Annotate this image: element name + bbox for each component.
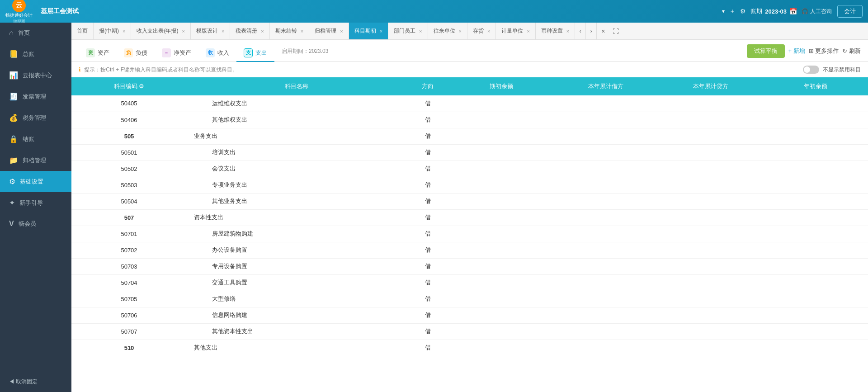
show-disabled-toggle[interactable] — [803, 66, 819, 74]
toggle-disabled-area: 不显示禁用科目 — [803, 66, 861, 74]
col-code: 科目编码 ⚙ — [71, 77, 187, 95]
tab-subject-initial[interactable]: 科目期初 × — [349, 23, 388, 40]
tab-close-template[interactable]: × — [222, 28, 224, 34]
tab-close-clients[interactable]: × — [459, 28, 462, 34]
tab-inventory[interactable]: 存货 × — [467, 23, 496, 40]
cell-code: 50503 — [71, 177, 187, 193]
tab-dept-staff[interactable]: 部门员工 × — [388, 23, 428, 40]
table-row[interactable]: 510 其他支出 借 — [71, 340, 868, 356]
cell-initial-balance — [449, 112, 554, 128]
home-icon: ⌂ — [9, 29, 14, 37]
cell-ytd-credit — [658, 274, 763, 291]
tab-close-annual[interactable]: × — [182, 28, 184, 34]
sidebar-item-settings[interactable]: ⚙ 基础设置 — [0, 171, 71, 192]
table-row[interactable]: 50704 交通工具购置 借 — [71, 274, 868, 291]
table-row[interactable]: 50703 专用设备购置 借 — [71, 258, 868, 274]
sidebar-item-member[interactable]: V 畅会员 — [0, 213, 71, 234]
sidebar-item-archive[interactable]: 📁 归档管理 — [0, 150, 71, 171]
support-button[interactable]: 🎧 人工咨询 — [802, 8, 832, 15]
tab-tax-table[interactable]: 税表清册 × — [230, 23, 269, 40]
table-row[interactable]: 50504 其他业务支出 借 — [71, 193, 868, 209]
tab-archive-mgmt[interactable]: 归档管理 × — [309, 23, 349, 40]
account-button[interactable]: 会计 — [837, 5, 863, 18]
tab-period-close[interactable]: 期末结转 × — [270, 23, 309, 40]
cell-code: 50706 — [71, 307, 187, 323]
cell-name: 交通工具购置 — [187, 274, 407, 291]
table-row[interactable]: 50707 其他资本性支出 借 — [71, 323, 868, 340]
tab-equity[interactable]: ≡ 净资产 — [155, 45, 198, 62]
tab-next-button[interactable]: › — [586, 23, 597, 40]
tab-maximize-button[interactable]: ⛶ — [609, 23, 622, 40]
table-row[interactable]: 50702 办公设备购置 借 — [71, 242, 868, 258]
tab-close-all-button[interactable]: × — [597, 23, 609, 40]
tab-template[interactable]: 模版设计 × — [191, 23, 230, 40]
tab-liability[interactable]: 负 负债 — [117, 45, 155, 62]
cell-ytd-credit — [658, 291, 763, 307]
refresh-button[interactable]: ↻ 刷新 — [842, 47, 861, 55]
add-button[interactable]: + 新增 — [788, 47, 805, 55]
cell-code: 50504 — [71, 193, 187, 209]
info-icon: ℹ — [79, 66, 81, 73]
sidebar-item-ledger[interactable]: 📒 总账 — [0, 43, 71, 65]
cell-year-initial — [763, 307, 868, 323]
sidebar-item-guide[interactable]: ✦ 新手引导 — [0, 192, 71, 213]
tab-uom[interactable]: 计量单位 × — [496, 23, 535, 40]
cell-ytd-debit — [553, 95, 658, 112]
tab-close-period[interactable]: × — [301, 28, 303, 34]
add-tab-button[interactable]: ＋ — [729, 7, 736, 15]
logo-area: 云 畅捷通好会计 旗舰版 — [5, 0, 33, 24]
table-row[interactable]: 50502 会议支出 借 — [71, 161, 868, 177]
cell-initial-balance — [449, 323, 554, 340]
tab-income[interactable]: 收 收入 — [198, 45, 236, 62]
col-settings-icon[interactable]: ⚙ — [139, 83, 144, 90]
table-row[interactable]: 507 资本性支出 借 — [71, 209, 868, 226]
cell-initial-balance — [449, 291, 554, 307]
tab-currency[interactable]: 币种设置 × — [536, 23, 575, 40]
logo-icon: 云 — [12, 0, 26, 12]
tab-close-currency[interactable]: × — [566, 28, 569, 34]
settings-icon[interactable]: ⚙ — [740, 8, 746, 15]
cell-ytd-credit — [658, 242, 763, 258]
sidebar-item-reports[interactable]: 📊 云报表中心 — [0, 65, 71, 86]
tab-close-dept[interactable]: × — [419, 28, 422, 34]
sidebar-item-invoice[interactable]: 🧾 发票管理 — [0, 86, 71, 107]
tab-clients[interactable]: 往来单位 × — [428, 23, 467, 40]
cell-initial-balance — [449, 193, 554, 209]
table-row[interactable]: 50406 其他维权支出 借 — [71, 112, 868, 128]
tab-close-inventory[interactable]: × — [487, 28, 490, 34]
tab-close-archive[interactable]: × — [340, 28, 343, 34]
table-row[interactable]: 50705 大型修缮 借 — [71, 291, 868, 307]
cell-initial-balance — [449, 258, 554, 274]
table-row[interactable]: 50503 专项业务支出 借 — [71, 177, 868, 193]
tab-close-subject[interactable]: × — [380, 28, 382, 34]
cell-code: 505 — [71, 128, 187, 144]
tab-annual-report[interactable]: 收入支出表(年报) × — [131, 23, 190, 40]
table-row[interactable]: 50706 信息网络购建 借 — [71, 307, 868, 323]
tab-midterm[interactable]: 报(中期) × — [94, 23, 131, 40]
calendar-icon[interactable]: 📅 — [789, 8, 797, 15]
sidebar-item-home[interactable]: ⌂ 首页 — [0, 23, 71, 43]
cell-ytd-debit — [553, 291, 658, 307]
cell-code: 50701 — [71, 226, 187, 242]
table-row[interactable]: 505 业务支出 借 — [71, 128, 868, 144]
tab-expense[interactable]: 支 支出 — [236, 45, 274, 62]
tab-asset[interactable]: 资 资产 — [79, 45, 117, 62]
tab-close-uom[interactable]: × — [527, 28, 529, 34]
tab-prev-button[interactable]: ‹ — [575, 23, 586, 40]
more-actions-button[interactable]: ⊞ 更多操作 — [809, 47, 839, 55]
cell-ytd-credit — [658, 144, 763, 161]
tab-home[interactable]: 首页 — [71, 23, 94, 40]
cell-name: 其他支出 — [187, 340, 407, 356]
tab-close-tax[interactable]: × — [261, 28, 264, 34]
company-dropdown-icon[interactable]: ▾ — [722, 8, 725, 14]
table-row[interactable]: 50405 运维维权支出 借 — [71, 95, 868, 112]
balance-button[interactable]: 试算平衡 — [747, 44, 785, 58]
company-name[interactable]: 基层工会测试 — [41, 7, 717, 15]
sidebar-item-close[interactable]: 🔒 结账 — [0, 128, 71, 150]
sidebar-item-tax[interactable]: 💰 税务管理 — [0, 107, 71, 128]
tab-close-midterm[interactable]: × — [123, 28, 125, 34]
cell-initial-balance — [449, 95, 554, 112]
table-row[interactable]: 50501 培训支出 借 — [71, 144, 868, 161]
table-row[interactable]: 50701 房屋建筑物购建 借 — [71, 226, 868, 242]
sidebar-collapse-button[interactable]: ◀ 取消固定 — [0, 372, 71, 392]
